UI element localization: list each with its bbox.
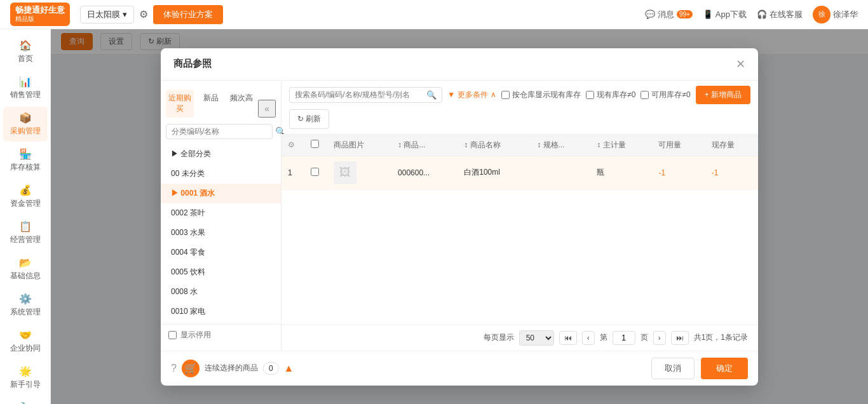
available-stock-checkbox-row: 可用库存≠0: [641, 90, 690, 100]
filter-btn[interactable]: ▼ 更多条件 ∧: [447, 90, 496, 100]
col-image: 商品图片: [327, 135, 391, 156]
finance-icon: 💰: [19, 184, 32, 196]
right-panel: 🔍 ▼ 更多条件 ∧ 按仓库显示现有库存: [281, 81, 758, 351]
cancel-btn[interactable]: 取消: [651, 358, 695, 379]
display-disabled-label: 显示停用: [180, 330, 211, 340]
modal-close-btn[interactable]: ✕: [736, 57, 745, 71]
category-0010[interactable]: 0010 家电: [161, 302, 281, 321]
tab-frequent[interactable]: 频次高: [227, 90, 255, 118]
sidebar-item-operations[interactable]: 📋 经营管理: [3, 215, 48, 250]
sidebar-label-finance: 资金管理: [10, 198, 41, 209]
col-code[interactable]: ↕ 商品...: [391, 135, 458, 156]
next-page-btn[interactable]: ›: [653, 331, 666, 345]
row-spec: [531, 156, 590, 189]
tab-new[interactable]: 新品: [196, 90, 224, 118]
sidebar-item-home[interactable]: 🏠 首页: [3, 34, 48, 69]
footer-collapse-icon[interactable]: ▲: [284, 363, 294, 374]
warehouse-stock-checkbox[interactable]: [501, 91, 510, 99]
sidebar-label-operations: 经营管理: [10, 234, 41, 245]
help-icon[interactable]: ?: [171, 363, 177, 374]
messages-btn[interactable]: 💬 消息 99+: [645, 9, 693, 20]
select-all-checkbox[interactable]: [311, 140, 319, 148]
nav-dropdown[interactable]: 日太阳膜 ▾: [80, 6, 134, 24]
prev-page-btn[interactable]: ‹: [582, 331, 595, 345]
product-image: 🖼: [334, 161, 356, 184]
refresh-btn[interactable]: ↻ 刷新: [289, 109, 329, 129]
row-code: 000600...: [391, 156, 458, 189]
recent-tab-label: 近期购买: [168, 93, 191, 113]
page-input[interactable]: [613, 331, 635, 345]
sidebar-item-finance[interactable]: 💰 资金管理: [3, 179, 48, 214]
footer-left: ? 🛒 连续选择的商品 0 ▲: [171, 360, 294, 377]
available-stock-checkbox[interactable]: [641, 91, 649, 99]
sidebar-item-enterprise[interactable]: 🤝 企业协同: [3, 324, 48, 359]
display-disabled-row: 显示停用: [161, 324, 281, 346]
toolbar: 🔍 ▼ 更多条件 ∧ 按仓库显示现有库存: [281, 81, 758, 135]
category-all[interactable]: ▶ 全部分类: [161, 144, 281, 164]
table-row[interactable]: 1 🖼 000600... 白酒100ml 瓶: [281, 156, 758, 189]
col-name[interactable]: ↕ 商品名称: [458, 135, 531, 156]
row-select-checkbox[interactable]: [311, 168, 319, 176]
col-checkbox: [304, 135, 327, 156]
category-0003[interactable]: 0003 水果: [161, 223, 281, 243]
logo: 畅捷通好生意 精品版: [10, 3, 70, 27]
current-stock-checkbox-row: 现有库存≠0: [586, 90, 635, 100]
first-page-btn[interactable]: ⏮: [559, 331, 577, 345]
phone-icon: 📱: [703, 10, 713, 19]
sidebar-label-purchase: 采购管理: [10, 126, 41, 137]
product-reference-modal: 商品参照 ✕ 近期购买 新品: [161, 48, 758, 386]
modal-overlay: 商品参照 ✕ 近期购买 新品: [51, 29, 868, 404]
sidebar-item-purchase[interactable]: 📦 采购管理: [3, 107, 48, 142]
sidebar-item-guide[interactable]: 🌟 新手引导: [3, 360, 48, 395]
sidebar-label-enterprise: 企业协同: [10, 343, 41, 354]
sidebar-item-system[interactable]: ⚙️ 系统管理: [3, 288, 48, 323]
app-download-btn[interactable]: 📱 App下载: [703, 9, 747, 20]
sidebar-item-apps[interactable]: 🔧 应用中心: [3, 396, 48, 404]
filter-chevron-icon: ∧: [491, 90, 496, 99]
messages-badge: 99+: [677, 10, 693, 18]
product-search-input[interactable]: [295, 90, 424, 99]
category-0008[interactable]: 0008 水: [161, 282, 281, 302]
confirm-btn[interactable]: 确定: [701, 358, 748, 379]
row-unit: 瓶: [590, 156, 652, 189]
row-checkbox: [304, 156, 327, 189]
page-info: 共1页，1条记录: [694, 332, 748, 343]
enterprise-icon: 🤝: [19, 329, 32, 341]
category-0002[interactable]: 0002 茶叶: [161, 203, 281, 223]
add-product-btn[interactable]: + 新增商品: [696, 86, 750, 104]
available-stock-label: 可用库存≠0: [651, 90, 690, 100]
top-nav: 畅捷通好生意 精品版 日太阳膜 ▾ ⚙ 体验行业方案 💬 消息 99+ 📱 Ap…: [0, 0, 868, 29]
category-0005[interactable]: 0005 饮料: [161, 262, 281, 282]
tab-recent[interactable]: 近期购买: [166, 90, 194, 118]
sidebar-item-basics[interactable]: 📂 基础信息: [3, 252, 48, 286]
system-icon: ⚙️: [19, 293, 32, 305]
cart-icon[interactable]: 🛒: [182, 360, 200, 377]
product-table: ⚙ 商品图片 ↕ 商品... ↕ 商品名称 ↕ 规格... ↕ 主计量 可用量: [281, 135, 758, 190]
page-label: 第: [600, 332, 607, 343]
col-settings[interactable]: ⚙: [281, 135, 304, 156]
chevron-down-icon: ▾: [123, 10, 127, 19]
current-stock-checkbox[interactable]: [586, 91, 594, 99]
sidebar-label-home: 首页: [18, 53, 33, 64]
sidebar-item-inventory[interactable]: 🏪 库存核算: [3, 143, 48, 178]
category-0004[interactable]: 0004 零食: [161, 243, 281, 262]
display-disabled-checkbox[interactable]: [168, 331, 177, 339]
sidebar-item-sales[interactable]: 📊 销售管理: [3, 71, 48, 105]
per-page-select[interactable]: 10 20 50 100: [519, 330, 554, 346]
col-spec[interactable]: ↕ 规格...: [531, 135, 590, 156]
category-0001[interactable]: ▶ 0001 酒水: [161, 184, 281, 203]
nav-right: 💬 消息 99+ 📱 App下载 🎧 在线客服 徐 徐泽华: [645, 6, 858, 24]
col-unit[interactable]: ↕ 主计量: [590, 135, 652, 156]
category-search-input[interactable]: [166, 124, 273, 139]
category-search-row: 🔍: [161, 121, 281, 142]
gear-icon[interactable]: ⚙: [139, 8, 148, 20]
continuous-text: 连续选择的商品: [205, 363, 258, 374]
category-00[interactable]: 00 未分类: [161, 164, 281, 184]
online-service-btn[interactable]: 🎧 在线客服: [757, 9, 803, 20]
search-icon[interactable]: 🔍: [426, 90, 437, 100]
last-page-btn[interactable]: ⏭: [671, 331, 689, 345]
trial-btn[interactable]: 体验行业方案: [153, 5, 223, 24]
user-profile[interactable]: 徐 徐泽华: [813, 6, 858, 24]
sidebar-label-sales: 销售管理: [10, 90, 41, 100]
collapse-left-btn[interactable]: «: [258, 100, 276, 118]
